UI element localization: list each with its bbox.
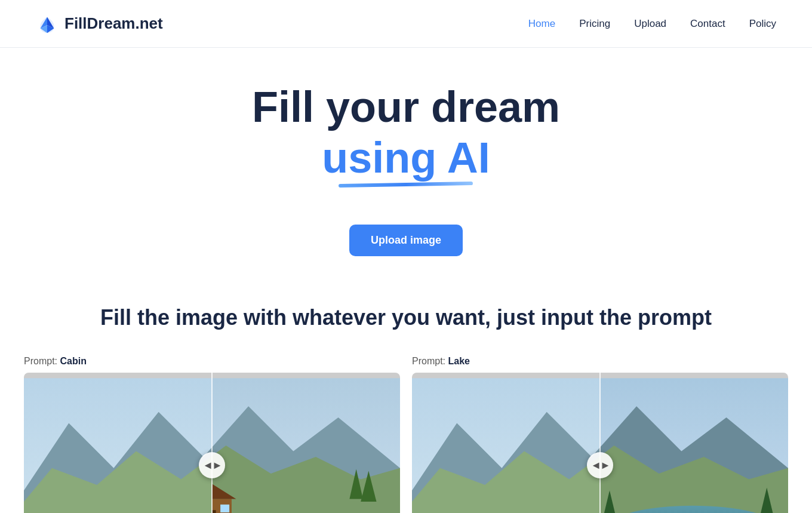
examples-grid: Prompt: Cabin xyxy=(0,344,812,513)
nav-upload[interactable]: Upload xyxy=(634,18,666,30)
nav-pricing[interactable]: Pricing xyxy=(579,18,610,30)
nav-policy[interactable]: Policy xyxy=(749,18,776,30)
cabin-arrows-icon: ◄► xyxy=(202,459,222,472)
lake-prompt-value: Lake xyxy=(448,356,469,366)
hero-title-line2: using AI xyxy=(322,134,490,182)
cabin-image-compare[interactable]: ◄► xyxy=(24,373,400,513)
logo-icon xyxy=(36,13,59,35)
section-title: Fill the image with whatever you want, j… xyxy=(12,304,800,332)
logo-link[interactable]: FillDream.net xyxy=(36,13,163,35)
site-name: FillDream.net xyxy=(64,14,163,33)
lake-divider-line xyxy=(599,373,601,513)
lake-arrows-icon: ◄► xyxy=(590,459,610,472)
upload-image-button[interactable]: Upload image xyxy=(349,225,463,256)
svg-rect-16 xyxy=(220,505,229,512)
lake-prompt-label: Prompt: Lake xyxy=(412,356,788,367)
cabin-divider-line xyxy=(211,373,213,513)
section-heading: Fill the image with whatever you want, j… xyxy=(0,280,812,344)
example-cabin: Prompt: Cabin xyxy=(24,356,400,513)
hero-title-line1: Fill your dream xyxy=(12,84,800,131)
nav-home[interactable]: Home xyxy=(528,18,555,30)
hero-section: Fill your dream using AI Upload image xyxy=(0,48,812,280)
lake-divider-handle[interactable]: ◄► xyxy=(587,452,613,478)
main-nav: Home Pricing Upload Contact Policy xyxy=(528,18,776,30)
cabin-prompt-label: Prompt: Cabin xyxy=(24,356,400,367)
nav-contact[interactable]: Contact xyxy=(690,18,725,30)
example-lake: Prompt: Lake xyxy=(412,356,788,513)
cabin-prompt-value: Cabin xyxy=(60,356,86,366)
header: FillDream.net Home Pricing Upload Contac… xyxy=(0,0,812,48)
cabin-divider-handle[interactable]: ◄► xyxy=(199,452,225,478)
lake-image-compare[interactable]: ◄► xyxy=(412,373,788,513)
